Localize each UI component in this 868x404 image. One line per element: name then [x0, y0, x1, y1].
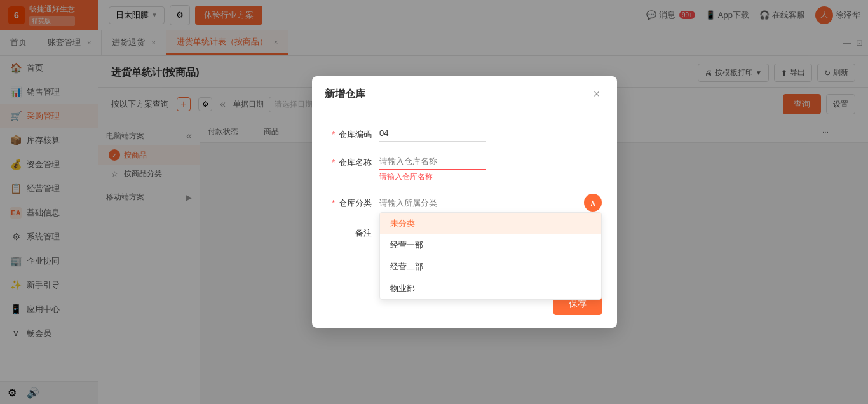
form-row-category: * 仓库分类 ∧ 未分类 经营一部 经营二部 物业部 — [327, 194, 602, 212]
category-input[interactable] — [379, 195, 584, 211]
name-label: * 仓库名称 — [327, 153, 372, 168]
option-property[interactable]: 物业部 — [380, 278, 601, 299]
name-error-message: 请输入仓库名称 — [379, 172, 602, 182]
option-dept2[interactable]: 经营二部 — [380, 256, 601, 278]
modal-body: * 仓库编码 * 仓库名称 请输入仓库名称 * 仓库分类 — [312, 112, 617, 286]
form-row-name: * 仓库名称 请输入仓库名称 — [327, 153, 602, 182]
option-uncategorized[interactable]: 未分类 — [380, 213, 601, 234]
modal-title: 新增仓库 — [325, 88, 365, 101]
code-input-wrap — [379, 125, 602, 142]
modal-close-button[interactable]: × — [589, 86, 604, 102]
warehouse-modal: 新增仓库 × * 仓库编码 * 仓库名称 请输入仓库名称 — [312, 76, 617, 328]
note-label: 备注 — [327, 224, 372, 239]
name-input-wrap: 请输入仓库名称 — [379, 153, 602, 182]
code-input[interactable] — [379, 125, 486, 142]
option-dept1[interactable]: 经营一部 — [380, 234, 601, 256]
form-row-code: * 仓库编码 — [327, 125, 602, 142]
name-input[interactable] — [379, 153, 486, 170]
chevron-up-icon: ∧ — [590, 198, 596, 208]
dropdown-input-row: ∧ — [379, 194, 602, 212]
modal-header: 新增仓库 × — [312, 76, 617, 112]
dropdown-toggle-button[interactable]: ∧ — [584, 194, 602, 212]
category-dropdown: ∧ 未分类 经营一部 经营二部 物业部 — [379, 194, 602, 212]
category-label: * 仓库分类 — [327, 194, 372, 209]
code-label: * 仓库编码 — [327, 125, 372, 140]
category-dropdown-list: 未分类 经营一部 经营二部 物业部 — [379, 212, 602, 300]
